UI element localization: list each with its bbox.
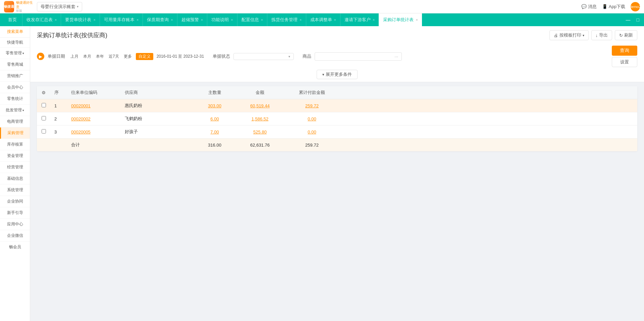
sidebar-item-basic-info[interactable]: 基础信息 xyxy=(0,173,30,184)
tab-home[interactable]: 首页 xyxy=(3,13,22,26)
date-range-display: 2016-01-01 至 2023-12-31 xyxy=(157,54,204,59)
tab-overstock[interactable]: 超储预警 × xyxy=(177,13,207,26)
user-avatar[interactable]: demo2 xyxy=(631,2,640,11)
close-icon[interactable]: × xyxy=(261,18,263,22)
row-checkbox[interactable] xyxy=(42,103,46,107)
sidebar-item-new-guide[interactable]: 新手引导 xyxy=(0,207,30,219)
sidebar-item-retail-mgmt[interactable]: 零售管理 ▾ xyxy=(0,48,30,59)
date-btn-7days[interactable]: 近7天 xyxy=(107,53,121,60)
settings-icon: ⚙ xyxy=(42,90,46,95)
minimize-btn[interactable]: — xyxy=(624,16,633,24)
date-btn-this-month[interactable]: 本月 xyxy=(81,53,93,60)
row-checkbox[interactable] xyxy=(42,129,46,133)
status-select[interactable]: ▾ xyxy=(233,53,294,60)
sidebar-item-app-center[interactable]: 应用中心 xyxy=(0,219,30,230)
sidebar-item-ecommerce-mgmt[interactable]: 电商管理 xyxy=(0,116,30,127)
row-no: 2 xyxy=(50,112,67,125)
close-icon[interactable]: × xyxy=(300,18,302,22)
close-icon[interactable]: × xyxy=(201,18,203,22)
workspace-selector[interactable]: 母婴行业演示账套 ▾ xyxy=(37,2,82,11)
goods-input[interactable]: ··· xyxy=(315,52,402,61)
sidebar-item-system-mgmt[interactable]: 系统管理 xyxy=(0,184,30,196)
maximize-btn[interactable]: □ xyxy=(635,16,641,24)
logo-text: 畅捷通好生意 标版 xyxy=(16,0,34,13)
tab-cost-adjust[interactable]: 成本调整单 × xyxy=(306,13,340,26)
sidebar-search[interactable]: 搜索菜单 xyxy=(0,26,30,38)
sidebar-item-quick-nav[interactable]: 快捷导航 xyxy=(0,38,30,48)
row-checkbox[interactable] xyxy=(42,116,46,120)
date-label: 单据日期 xyxy=(48,53,65,59)
row-amount[interactable]: 525.80 xyxy=(235,125,285,139)
tab-purchase-order-stat[interactable]: 采购订单统计表 × xyxy=(379,13,422,26)
app-download-btn[interactable]: 📱 App下载 xyxy=(602,4,625,10)
date-btn-more[interactable]: 更多 xyxy=(122,53,134,60)
col-code-header: 往来单位编码 xyxy=(67,86,121,99)
date-btn-last-month[interactable]: 上月 xyxy=(68,53,80,60)
sidebar-item-purchase-mgmt[interactable]: 采购管理 xyxy=(0,127,30,139)
close-icon[interactable]: × xyxy=(171,18,173,22)
sidebar-item-marketing[interactable]: 营销推广 xyxy=(0,70,30,82)
col-qty-header: 主数量 xyxy=(195,86,235,99)
filter-toggle-btn[interactable]: ▶ xyxy=(37,53,44,60)
page-title: 采购订单统计表(按供应商) xyxy=(37,31,107,39)
row-qty[interactable]: 6.00 xyxy=(195,112,235,125)
row-amount[interactable]: 1,586.52 xyxy=(235,112,285,125)
tab-config[interactable]: 配置信息 × xyxy=(237,13,267,26)
tab-pick-task[interactable]: 拣货任务管理 × xyxy=(267,13,306,26)
col-amount-header: 金额 xyxy=(235,86,285,99)
message-btn[interactable]: 💬 消息 xyxy=(581,4,597,10)
sidebar-item-retail-stats[interactable]: 零售统计 xyxy=(0,93,30,105)
row-qty[interactable]: 7.00 xyxy=(195,125,235,139)
sidebar-item-wholesale-mgmt[interactable]: 批发管理 ▾ xyxy=(0,105,30,116)
row-code[interactable]: 00020002 xyxy=(67,112,121,125)
sidebar-item-enterprise-coop[interactable]: 企业协同 xyxy=(0,196,30,207)
row-paid[interactable]: 0.00 xyxy=(285,112,339,125)
tab-feature-desc[interactable]: 功能说明 × xyxy=(207,13,237,26)
ellipsis-icon: ··· xyxy=(394,54,398,59)
col-settings[interactable]: ⚙ xyxy=(37,86,50,99)
sidebar-item-biz-mgmt[interactable]: 经营管理 xyxy=(0,162,30,173)
row-no: 1 xyxy=(50,99,67,112)
chevron-down-icon: ▾ xyxy=(77,5,78,8)
row-qty[interactable]: 303.00 xyxy=(195,99,235,112)
sidebar-item-enterprise-wechat[interactable]: 企业微信 xyxy=(0,230,30,242)
table-row: 1 00020001 惠氏奶粉 303.00 60,519.44 259.72 xyxy=(37,99,637,112)
close-icon[interactable]: × xyxy=(137,18,139,22)
chevron-down-icon: ▾ xyxy=(22,52,24,55)
close-icon[interactable]: × xyxy=(231,18,233,22)
row-paid[interactable]: 0.00 xyxy=(285,125,339,139)
tab-receipts[interactable]: 收发存汇总表 × xyxy=(22,13,61,26)
print-btn[interactable]: 🖨 按模板打印 ▾ xyxy=(549,30,589,40)
custom-date-tag: 自定义 xyxy=(136,53,153,60)
expand-more-btn[interactable]: ▾ 展开更多条件 xyxy=(317,70,358,79)
footer-label: 合计 xyxy=(67,139,121,152)
sidebar-item-member-center[interactable]: 会员中心 xyxy=(0,82,30,93)
col-supplier-header: 供应商 xyxy=(121,86,195,99)
row-amount[interactable]: 60,519.44 xyxy=(235,99,285,112)
tab-invite-downstream[interactable]: 邀请下游客户 × xyxy=(340,13,379,26)
settings-button[interactable]: 设置 xyxy=(612,57,637,67)
row-paid[interactable]: 259.72 xyxy=(285,99,339,112)
close-icon[interactable]: × xyxy=(93,18,95,22)
row-no: 3 xyxy=(50,125,67,139)
message-icon: 💬 xyxy=(581,4,587,9)
query-button[interactable]: 查询 xyxy=(612,46,637,56)
refresh-btn[interactable]: ↻ 刷新 xyxy=(615,30,637,40)
sidebar-item-capital-mgmt[interactable]: 资金管理 xyxy=(0,150,30,162)
close-icon[interactable]: × xyxy=(55,18,57,22)
row-supplier: 飞鹤奶粉 xyxy=(121,112,195,125)
export-btn[interactable]: ↓ 导出 xyxy=(591,30,612,40)
close-icon[interactable]: × xyxy=(416,18,418,22)
row-code[interactable]: 00020005 xyxy=(67,125,121,139)
sidebar-item-retail-store[interactable]: 零售商城 xyxy=(0,59,30,70)
tab-purchase-stat[interactable]: 要货单统计表 × xyxy=(61,13,99,26)
tab-expiry[interactable]: 保质期查询 × xyxy=(143,13,177,26)
date-btn-this-year[interactable]: 本年 xyxy=(94,53,106,60)
logo-icon: 畅捷通 xyxy=(4,1,14,12)
close-icon[interactable]: × xyxy=(373,18,375,22)
sidebar-item-inventory-check[interactable]: 库存核算 xyxy=(0,139,30,150)
row-code[interactable]: 00020001 xyxy=(67,99,121,112)
close-icon[interactable]: × xyxy=(334,18,336,22)
tab-inventory-ledger[interactable]: 可用量库存账本 × xyxy=(100,13,143,26)
sidebar-item-vip[interactable]: 畅会员 xyxy=(0,242,30,253)
